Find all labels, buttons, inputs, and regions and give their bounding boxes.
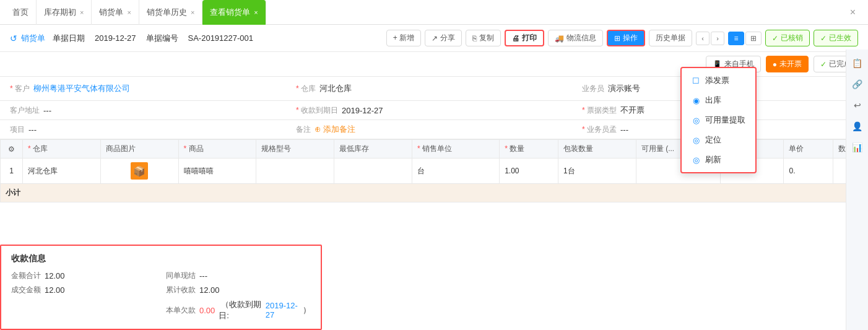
date-label: 单据日期 xyxy=(53,33,85,44)
address-value: --- xyxy=(43,106,51,115)
add-invoice-item[interactable]: ☐ 添发票 xyxy=(682,71,755,90)
number-value: SA-20191227-001 xyxy=(188,33,254,43)
warehouse-out-item[interactable]: ◉ 出库 xyxy=(682,90,755,110)
prev-button[interactable]: ‹ xyxy=(696,32,710,45)
tab-view-sales-close[interactable]: × xyxy=(254,9,258,16)
sidebar-chart-icon[interactable]: 📊 xyxy=(849,139,866,156)
locate-item[interactable]: ◎ 定位 xyxy=(682,130,755,150)
warehouse-field: 仓库 河北仓库 xyxy=(296,83,572,94)
customer-field: 客户 柳州粤港平安气体有限公司 xyxy=(10,83,286,94)
date-value: 2019-12-27 xyxy=(95,33,136,43)
col-image: 商品图片 xyxy=(100,140,178,158)
tab-home[interactable]: 首页 xyxy=(5,0,37,25)
project-label: 项目 xyxy=(10,124,25,135)
new-button[interactable]: + 新增 xyxy=(386,30,421,46)
next-button[interactable]: › xyxy=(711,32,724,45)
row-warehouse: 河北仓库 xyxy=(23,158,101,184)
share-icon: ↗ xyxy=(432,34,438,43)
row-image: 📦 xyxy=(100,158,178,184)
radio-icon: ◉ xyxy=(692,96,700,105)
col-product: * 商品 xyxy=(178,140,256,158)
same-order-label: 同单现结 xyxy=(166,271,196,281)
sales-rep-value: --- xyxy=(620,125,628,134)
row-spec xyxy=(256,158,334,184)
sidebar-link-icon[interactable]: 🔗 xyxy=(849,76,866,93)
radio-icon4: ◎ xyxy=(692,155,700,164)
project-field: 项目 --- xyxy=(10,124,286,135)
operations-button[interactable]: ⊞ 操作 xyxy=(607,30,645,46)
uninvoiced-button[interactable]: ● 未开票 xyxy=(766,56,809,72)
customer-label: 客户 xyxy=(10,84,30,94)
operations-dropdown: ☐ 添发票 ◉ 出库 ◎ 可用量提取 ◎ 定位 ◎ 刷新 xyxy=(680,67,757,173)
row-sales-unit: 台 xyxy=(412,158,499,184)
refresh-label: 刷新 xyxy=(705,154,721,165)
staff-value: 演示账号 xyxy=(608,83,640,94)
nav-arrows: ‹ › xyxy=(696,32,724,45)
bill-type-value: 不开票 xyxy=(620,105,644,116)
radio-icon3: ◎ xyxy=(692,136,700,144)
canceled-status: ✓ 已核销 xyxy=(765,30,810,46)
share-button[interactable]: ↗ 分享 xyxy=(425,30,462,46)
copy-button[interactable]: ⎘ 复制 xyxy=(466,30,501,46)
grid-view-button[interactable]: ⊞ xyxy=(745,32,762,45)
sidebar-return-icon[interactable]: ↩ xyxy=(849,97,866,114)
tab-sales-order[interactable]: 销货单 × xyxy=(92,0,139,25)
due-note-end: ） xyxy=(303,305,311,316)
doc-type-label: ↺ 销货单 xyxy=(10,33,45,44)
window-close-button[interactable]: × xyxy=(843,7,863,18)
row-pack-qty: 1台 xyxy=(558,158,636,184)
col-price: 单价 xyxy=(784,140,833,158)
history-button[interactable]: 历史单据 xyxy=(649,30,692,46)
current-due-value: 0.00 xyxy=(199,306,215,315)
deal-amount-label: 成交金额 xyxy=(11,285,41,295)
due-date: 2019-12-27 xyxy=(266,301,299,319)
tab-inventory-init[interactable]: 库存期初 × xyxy=(37,0,92,25)
total-value: 12.00 xyxy=(45,271,65,280)
tab-inventory-init-close[interactable]: × xyxy=(80,9,84,16)
right-sidebar: 📋 🔗 ↩ 👤 📊 ⛶ xyxy=(846,50,868,330)
print-icon: 🖨 xyxy=(512,34,519,43)
col-warehouse: * 仓库 xyxy=(23,140,101,158)
tab-sales-history[interactable]: 销货单历史 × xyxy=(139,0,202,25)
same-order-row: 同单现结 --- xyxy=(166,271,311,281)
customer-value[interactable]: 柳州粤港平安气体有限公司 xyxy=(33,83,130,94)
view-toggle: ≡ ⊞ xyxy=(728,32,762,45)
refresh-item[interactable]: ◎ 刷新 xyxy=(682,150,755,170)
list-view-button[interactable]: ≡ xyxy=(728,32,744,45)
tab-bar: 首页 库存期初 × 销货单 × 销货单历史 × 查看销货单 × × xyxy=(0,0,868,25)
doc-meta: 单据日期 2019-12-27 单据编号 SA-20191227-001 xyxy=(53,33,253,44)
tab-sales-history-close[interactable]: × xyxy=(191,9,194,16)
doc-type-icon: ↺ xyxy=(10,33,17,43)
logistics-button[interactable]: 🚚 物流信息 xyxy=(548,30,603,46)
bottom-info-panel: 收款信息 金额合计 12.00 同单现结 --- 成交金额 12.00 累计收款… xyxy=(0,245,322,330)
main-content: ↺ 销货单 单据日期 2019-12-27 单据编号 SA-20191227-0… xyxy=(0,25,868,330)
header-right: + 新增 ↗ 分享 ⎘ 复制 🖨 打印 🚚 物流信息 xyxy=(386,30,858,46)
row-product: 嘻嘻嘻嘻 xyxy=(178,158,256,184)
col-sales-unit: * 销售单位 xyxy=(412,140,499,158)
current-due-label: 本单欠款 xyxy=(166,305,196,316)
bottom-info-title: 收款信息 xyxy=(11,253,311,264)
available-qty-item[interactable]: ◎ 可用量提取 xyxy=(682,110,755,130)
tab-sales-order-close[interactable]: × xyxy=(127,9,131,16)
payment-date-label: 收款到期日 xyxy=(296,105,338,116)
print-button[interactable]: 🖨 打印 xyxy=(505,30,544,46)
effective-icon: ✓ xyxy=(820,34,827,43)
remark-add[interactable]: ⊕ 添加备注 xyxy=(315,124,355,135)
warehouse-label: 仓库 xyxy=(296,84,316,94)
col-pack-qty: 包装数量 xyxy=(558,140,636,158)
tab-view-sales[interactable]: 查看销货单 × xyxy=(202,0,266,25)
current-due-row: 本单欠款 0.00 （收款到期日: 2019-12-27 ） xyxy=(166,299,311,321)
cumulative-value: 12.00 xyxy=(199,285,220,295)
remark-label: 备注 xyxy=(296,124,311,135)
complete-icon: ✓ xyxy=(820,60,827,69)
col-settings[interactable]: ⚙ xyxy=(1,140,23,158)
address-field: 客户地址 --- xyxy=(10,105,286,116)
payment-date-value: 2019-12-27 xyxy=(342,106,383,115)
number-label: 单据编号 xyxy=(146,33,178,44)
ops-icon: ⊞ xyxy=(614,34,620,43)
cumulative-label: 累计收款 xyxy=(166,285,196,295)
remark-field: 备注 ⊕ 添加备注 xyxy=(296,124,572,135)
deal-amount-value: 12.00 xyxy=(45,285,65,295)
sidebar-user-icon[interactable]: 👤 xyxy=(849,118,866,135)
sidebar-clipboard-icon[interactable]: 📋 xyxy=(849,54,866,72)
